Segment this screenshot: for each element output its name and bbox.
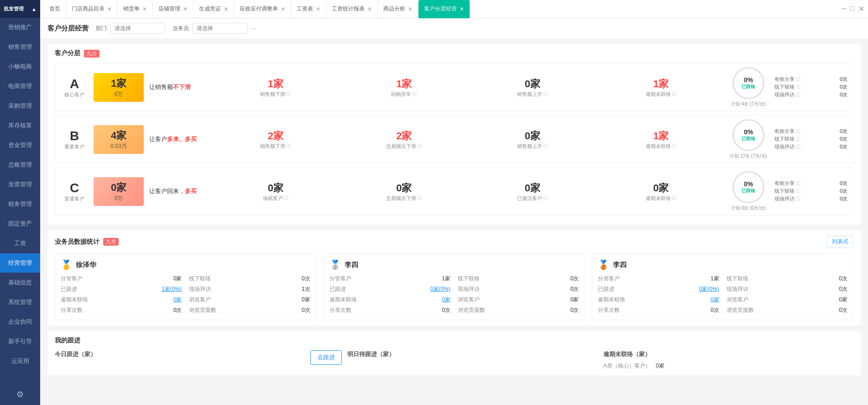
tab-close-icon-门店商品目录[interactable]: ✕ bbox=[107, 6, 112, 12]
staff-stat-row-1-0: 分管客户 1家 bbox=[329, 275, 450, 283]
tier-stat-info-icon-C-2[interactable]: ⓘ bbox=[543, 195, 548, 201]
main-area: 首页门店商品目录✕销货单✕店铺管理✕生成凭证✕应收应付调整单✕工资表✕工资统计报… bbox=[40, 0, 868, 405]
staff-stat-row-2-1: 线下联络 0次 bbox=[727, 275, 847, 283]
tier-right-stat-row-C-2: 现场拜访 ⓘ0次 bbox=[774, 195, 847, 202]
tab-门店商品目录[interactable]: 门店商品目录✕ bbox=[66, 0, 118, 18]
sidebar-item-系统管理[interactable]: 系统管理 bbox=[0, 293, 40, 312]
staff-stat-val-0-2[interactable]: 1家(0%) bbox=[162, 285, 182, 293]
tab-客户分层经营[interactable]: 客户分层经营✕ bbox=[418, 0, 470, 18]
sidebar-item-工资[interactable]: 工资 bbox=[0, 234, 40, 253]
sidebar-item-营销推广[interactable]: 营销推广 bbox=[0, 18, 40, 37]
staff-stat-label-0-5: 浏览客户 bbox=[189, 296, 211, 304]
staff-stat-row-1-3: 现场拜访 0次 bbox=[458, 285, 579, 293]
tier-stat-num-B-2: 0家 bbox=[471, 129, 594, 143]
tab-应收应付调整单[interactable]: 应收应付调整单✕ bbox=[234, 0, 291, 18]
tier-stat-info-icon-C-1[interactable]: ⓘ bbox=[417, 195, 422, 201]
tier-stat-info-icon-A-1[interactable]: ⓘ bbox=[412, 91, 417, 97]
settings-icon[interactable]: ⚙ bbox=[0, 384, 40, 405]
sidebar-header[interactable]: 批发管理 ▲ bbox=[0, 0, 40, 18]
staff-stat-val-1-2[interactable]: 0家(0%) bbox=[430, 285, 450, 293]
tier-amount-C: 0万 bbox=[99, 195, 138, 202]
staff-select[interactable] bbox=[193, 23, 247, 34]
sidebar-item-小畅电商[interactable]: 小畅电商 bbox=[0, 57, 40, 77]
sidebar: 批发管理 ▲ 营销推广销售管理小畅电商电商管理采购管理库存核算资金管理总账管理发… bbox=[0, 0, 40, 405]
staff-stat-val-2-2[interactable]: 0家(0%) bbox=[699, 285, 719, 293]
tab-工资表[interactable]: 工资表✕ bbox=[291, 0, 326, 18]
tier-stat-info-icon-B-3[interactable]: ⓘ bbox=[672, 143, 676, 149]
maximize-icon[interactable]: □ bbox=[850, 5, 855, 13]
tier-stat-info-icon-B-2[interactable]: ⓘ bbox=[543, 143, 548, 149]
tier-stat-info-icon-A-3[interactable]: ⓘ bbox=[672, 91, 676, 97]
minimize-icon[interactable]: ─ bbox=[842, 5, 847, 13]
customer-section-header: 客户分层 九月 bbox=[55, 49, 853, 58]
tier-stat-info-icon-C-0[interactable]: ⓘ bbox=[284, 195, 288, 201]
staff-stat-val-0-4[interactable]: 0家 bbox=[173, 296, 182, 304]
sidebar-item-销售管理[interactable]: 销售管理 bbox=[0, 37, 40, 57]
tier-stat-C-1: 0家 交易频次下滑 ⓘ bbox=[343, 181, 466, 202]
sidebar-item-资金管理[interactable]: 资金管理 bbox=[0, 136, 40, 155]
tier-right-stat-label-B-0: 有效分享 ⓘ bbox=[774, 128, 800, 135]
list-view-button[interactable]: 列表式 bbox=[827, 236, 853, 248]
staff-stat-val-0-1: 0次 bbox=[302, 275, 310, 283]
close-window-icon[interactable]: ✕ bbox=[858, 5, 864, 13]
staff-stat-row-2-2: 已跟进 0家(0%) bbox=[598, 285, 719, 293]
tab-close-icon-店铺管理[interactable]: ✕ bbox=[183, 6, 188, 12]
sidebar-item-总账管理[interactable]: 总账管理 bbox=[0, 155, 40, 175]
sidebar-item-电商管理[interactable]: 电商管理 bbox=[0, 77, 40, 96]
tab-close-icon-客户分层经营[interactable]: ✕ bbox=[460, 6, 464, 12]
goto-followup-button[interactable]: 去跟进 bbox=[310, 350, 342, 365]
tab-close-icon-生成凭证[interactable]: ✕ bbox=[224, 6, 228, 12]
followup-section-header: 我的跟进 bbox=[55, 337, 853, 345]
sidebar-item-新手引导[interactable]: 新手引导 bbox=[0, 332, 40, 352]
tier-stat-label-A-1: 回购异常 ⓘ bbox=[343, 91, 466, 98]
staff-stat-val-2-3: 0次 bbox=[839, 285, 847, 293]
sidebar-item-发票管理[interactable]: 发票管理 bbox=[0, 175, 40, 195]
sidebar-item-基础信息[interactable]: 基础信息 bbox=[0, 273, 40, 293]
tier-stat-info-icon-B-0[interactable]: ⓘ bbox=[286, 143, 291, 149]
dept-select[interactable] bbox=[110, 23, 165, 34]
tier-stat-info-icon-C-3[interactable]: ⓘ bbox=[672, 195, 676, 201]
sidebar-item-企业协同[interactable]: 企业协同 bbox=[0, 312, 40, 332]
staff-stat-val-2-4[interactable]: 0家 bbox=[711, 296, 719, 304]
customer-section-title: 客户分层 bbox=[55, 49, 80, 58]
tier-stat-A-3: 1家 逾期未联络 ⓘ bbox=[600, 77, 723, 98]
tab-生成凭证[interactable]: 生成凭证✕ bbox=[193, 0, 234, 18]
tab-close-icon-工资表[interactable]: ✕ bbox=[316, 6, 320, 12]
staff-stat-row-0-5: 浏览客户 0家 bbox=[189, 296, 310, 304]
tab-首页[interactable]: 首页 bbox=[44, 0, 66, 18]
sidebar-collapse-icon[interactable]: ▲ bbox=[31, 6, 37, 12]
tier-circle-pct-C: 0% bbox=[744, 180, 753, 188]
tier-stat-info-icon-A-0[interactable]: ⓘ bbox=[286, 91, 291, 97]
tab-工资统计报表[interactable]: 工资统计报表✕ bbox=[326, 0, 378, 18]
tier-stat-label-B-0: 销售额下滑 ⓘ bbox=[214, 143, 337, 150]
tab-close-icon-商品分析[interactable]: ✕ bbox=[408, 6, 413, 12]
dept-filter: 部门 bbox=[96, 23, 165, 34]
staff-stat-val-2-1: 0次 bbox=[839, 275, 847, 283]
staff-stat-val-1-4[interactable]: 0家 bbox=[442, 296, 450, 304]
sidebar-item-云应用[interactable]: 云应用 bbox=[0, 352, 40, 371]
staff-stat-row-0-7: 浏览页面数 0次 bbox=[189, 306, 310, 314]
content-area: 客户分层经营 部门 业务员 ··· 客户分层 九月 A核心客户1家0万让销售额不… bbox=[40, 18, 868, 405]
dept-label: 部门 bbox=[96, 25, 107, 32]
sidebar-item-库存核算[interactable]: 库存核算 bbox=[0, 116, 40, 136]
tab-close-icon-工资统计报表[interactable]: ✕ bbox=[367, 6, 372, 12]
staff-stat-label-2-4: 逾期未联络 bbox=[598, 296, 625, 304]
staff-stat-label-2-1: 线下联络 bbox=[727, 275, 748, 283]
staff-stat-label-0-7: 浏览页面数 bbox=[189, 306, 216, 314]
sidebar-item-固定资产[interactable]: 固定资产 bbox=[0, 214, 40, 234]
sidebar-item-税务管理[interactable]: 税务管理 bbox=[0, 195, 40, 214]
tab-销货单[interactable]: 销货单✕ bbox=[118, 0, 153, 18]
tier-stat-info-icon-A-2[interactable]: ⓘ bbox=[543, 91, 548, 97]
sidebar-item-采购管理[interactable]: 采购管理 bbox=[0, 96, 40, 116]
tab-店铺管理[interactable]: 店铺管理✕ bbox=[153, 0, 193, 18]
more-filters-icon[interactable]: ··· bbox=[251, 25, 256, 32]
staff-name-row-0: 🥇徐泽华 bbox=[61, 259, 310, 270]
tab-close-icon-销货单[interactable]: ✕ bbox=[142, 6, 147, 12]
sidebar-item-经营管理[interactable]: 经营管理 bbox=[0, 253, 40, 273]
tier-right-stat-val-C-2: 0次 bbox=[840, 195, 847, 202]
tab-close-icon-应收应付调整单[interactable]: ✕ bbox=[281, 6, 285, 12]
tier-stat-info-icon-B-1[interactable]: ⓘ bbox=[417, 143, 422, 149]
staff-stat-row-2-0: 分管客户 1家 bbox=[598, 275, 719, 283]
tier-right-stat-row-B-2: 现场拜访 ⓘ0次 bbox=[774, 143, 847, 150]
tab-商品分析[interactable]: 商品分析✕ bbox=[378, 0, 418, 18]
